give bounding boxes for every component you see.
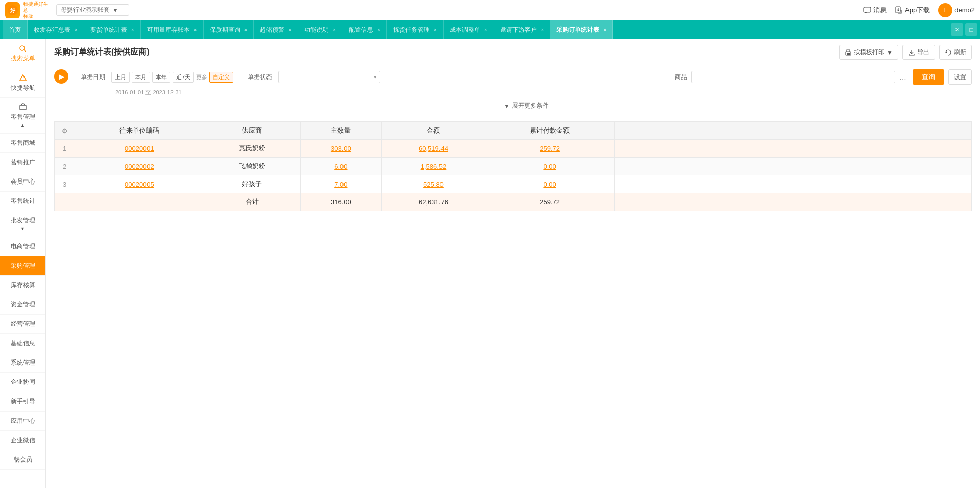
row-amount[interactable]: 60,519.44 bbox=[381, 140, 485, 158]
column-settings-icon[interactable]: ⚙ bbox=[62, 127, 68, 135]
th-settings[interactable]: ⚙ bbox=[55, 122, 75, 140]
expand-row[interactable]: ▼ 展开更多条件 bbox=[81, 99, 972, 112]
close-tab-yaoqing[interactable]: × bbox=[541, 27, 544, 33]
close-tab-chaochu[interactable]: × bbox=[288, 27, 291, 33]
row-supplier: 惠氏奶粉 bbox=[204, 140, 300, 158]
action-btns: 查询 设置 bbox=[913, 69, 972, 85]
filter-content: 单据日期 上月 本月 本年 近7天 更多 自定义 单据状态 bbox=[81, 69, 972, 112]
row-code[interactable]: 00020001 bbox=[75, 140, 204, 158]
row-paid[interactable]: 0.00 bbox=[485, 158, 615, 175]
sidebar-item-enterprise[interactable]: 企业协同 bbox=[0, 373, 45, 392]
data-table: ⚙ 往来单位编码 供应商 主数量 金额 累计付款金额 1 bbox=[54, 121, 972, 211]
sidebar-item-system[interactable]: 系统管理 bbox=[0, 353, 45, 373]
row-quantity[interactable]: 7.00 bbox=[300, 175, 381, 193]
close-tab-chengben[interactable]: × bbox=[484, 27, 487, 33]
sidebar-item-vip[interactable]: 畅会员 bbox=[0, 450, 45, 470]
row-supplier: 好孩子 bbox=[204, 175, 300, 193]
sidebar-item-purchase[interactable]: 采购管理 bbox=[0, 256, 45, 276]
sidebar-item-newguide[interactable]: 新手引导 bbox=[0, 392, 45, 412]
refresh-btn[interactable]: 刷新 bbox=[939, 45, 972, 60]
status-select-wrapper[interactable] bbox=[278, 71, 380, 83]
sidebar-item-retail-stat[interactable]: 零售统计 bbox=[0, 192, 45, 211]
tab-shoufa[interactable]: 收发存汇总表 × bbox=[28, 20, 84, 39]
svg-marker-7 bbox=[20, 75, 26, 80]
row-paid[interactable]: 0.00 bbox=[485, 175, 615, 193]
tab-keyong[interactable]: 可用量库存账本 × bbox=[141, 20, 204, 39]
sidebar: 搜索菜单 快捷导航 零售管理 ▲ 零售商城 营销推广 会员中心 零售统计 批发管… bbox=[0, 39, 46, 488]
tab-gongneng[interactable]: 功能说明 × bbox=[298, 20, 342, 39]
close-all-btn[interactable]: × bbox=[951, 23, 963, 36]
sidebar-item-wechat[interactable]: 企业微信 bbox=[0, 431, 45, 450]
filter-row-date-range: 2016-01-01 至 2023-12-31 bbox=[81, 88, 972, 96]
row-amount[interactable]: 525.80 bbox=[381, 175, 485, 193]
date-btn-more[interactable]: 更多 bbox=[196, 73, 207, 81]
breadcrumb-area[interactable]: 母婴行业演示账套 ▼ bbox=[51, 4, 863, 16]
maximize-btn[interactable]: □ bbox=[965, 23, 977, 36]
tab-yaoqing[interactable]: 邀请下游客户 × bbox=[494, 20, 551, 39]
settings-btn[interactable]: 设置 bbox=[948, 69, 972, 85]
tab-chaochu[interactable]: 超储预警 × bbox=[254, 20, 298, 39]
sidebar-item-basic[interactable]: 基础信息 bbox=[0, 334, 45, 353]
logo-area: 好 畅捷通好生意 标版 bbox=[5, 1, 51, 19]
sidebar-item-ecommerce[interactable]: 电商管理 bbox=[0, 237, 45, 256]
sidebar-item-inventory[interactable]: 库存核算 bbox=[0, 276, 45, 295]
close-tab-paihuо[interactable]: × bbox=[434, 27, 437, 33]
close-tab-caigou[interactable]: × bbox=[603, 27, 606, 33]
row-code[interactable]: 00020002 bbox=[75, 158, 204, 175]
search-menu-btn[interactable]: 搜索菜单 bbox=[3, 43, 42, 65]
sidebar-search-area[interactable]: 搜索菜单 bbox=[0, 39, 45, 69]
sidebar-item-marketing[interactable]: 营销推广 bbox=[0, 153, 45, 172]
date-btn-this-year[interactable]: 本年 bbox=[152, 72, 170, 83]
user-avatar[interactable]: E demo2 bbox=[938, 3, 975, 17]
layout: 搜索菜单 快捷导航 零售管理 ▲ 零售商城 营销推广 会员中心 零售统计 批发管… bbox=[0, 39, 980, 488]
date-btn-this-month[interactable]: 本月 bbox=[132, 72, 150, 83]
tab-home[interactable]: 首页 bbox=[3, 20, 28, 39]
page-header: 采购订单统计表(按供应商) 按模板打印 ▼ 导出 刷新 bbox=[46, 39, 980, 64]
table-row: 2 00020002 飞鹤奶粉 6.00 1,586.52 0.00 bbox=[55, 158, 972, 175]
row-quantity[interactable]: 6.00 bbox=[300, 158, 381, 175]
sidebar-item-quicknav[interactable]: 快捷导航 bbox=[0, 69, 45, 98]
tab-peizhi[interactable]: 配置信息 × bbox=[342, 20, 387, 39]
toggle-filter-btn[interactable]: ▶ bbox=[54, 69, 68, 84]
sidebar-item-retail[interactable]: 零售管理 ▲ bbox=[0, 98, 45, 134]
expand-conditions-btn[interactable]: ▼ 展开更多条件 bbox=[504, 101, 549, 110]
goods-filter-block: 商品 … bbox=[675, 71, 906, 83]
row-amount[interactable]: 1,586.52 bbox=[381, 158, 485, 175]
close-tab-yaohuo[interactable]: × bbox=[131, 27, 134, 33]
date-btn-7days[interactable]: 近7天 bbox=[173, 72, 194, 83]
row-paid[interactable]: 259.72 bbox=[485, 140, 615, 158]
app-download-btn[interactable]: App下载 bbox=[895, 6, 930, 15]
row-quantity[interactable]: 303.00 bbox=[300, 140, 381, 158]
message-btn[interactable]: 消息 bbox=[863, 6, 887, 15]
print-btn[interactable]: 按模板打印 ▼ bbox=[839, 45, 898, 60]
tab-paihuо[interactable]: 拣货任务管理 × bbox=[387, 20, 444, 39]
close-tab-keyong[interactable]: × bbox=[194, 27, 197, 33]
table-body: 1 00020001 惠氏奶粉 303.00 60,519.44 259.72 … bbox=[55, 140, 972, 193]
table-row: 1 00020001 惠氏奶粉 303.00 60,519.44 259.72 bbox=[55, 140, 972, 158]
breadcrumb-select[interactable]: 母婴行业演示账套 ▼ bbox=[56, 4, 129, 16]
sidebar-item-retail-mall[interactable]: 零售商城 bbox=[0, 134, 45, 153]
goods-input[interactable] bbox=[691, 71, 895, 83]
date-btn-custom[interactable]: 自定义 bbox=[209, 72, 233, 83]
date-btn-last-month[interactable]: 上月 bbox=[111, 72, 130, 83]
close-tab-gongneng[interactable]: × bbox=[333, 27, 336, 33]
tab-baozhiqi[interactable]: 保质期查询 × bbox=[204, 20, 254, 39]
goods-more-icon[interactable]: … bbox=[899, 73, 906, 81]
sidebar-item-wholesale[interactable]: 批发管理 ▼ bbox=[0, 211, 45, 237]
tab-caigou[interactable]: 采购订单统计表 × bbox=[550, 20, 613, 39]
sidebar-item-operations[interactable]: 经营管理 bbox=[0, 315, 45, 334]
row-code[interactable]: 00020005 bbox=[75, 175, 204, 193]
close-tab-peizhi[interactable]: × bbox=[377, 27, 380, 33]
close-tab-shoufa[interactable]: × bbox=[75, 27, 78, 33]
tab-yaohuo[interactable]: 要货单统计表 × bbox=[84, 20, 141, 39]
close-tab-baozhiqi[interactable]: × bbox=[244, 27, 248, 33]
sidebar-item-member[interactable]: 会员中心 bbox=[0, 172, 45, 192]
row-extra bbox=[615, 158, 972, 175]
query-btn[interactable]: 查询 bbox=[913, 69, 944, 85]
export-btn[interactable]: 导出 bbox=[902, 45, 935, 60]
status-select[interactable] bbox=[278, 71, 380, 83]
tab-chengben[interactable]: 成本调整单 × bbox=[444, 20, 494, 39]
sidebar-item-finance[interactable]: 资金管理 bbox=[0, 295, 45, 315]
export-icon bbox=[908, 49, 915, 56]
sidebar-item-appcenter[interactable]: 应用中心 bbox=[0, 412, 45, 431]
